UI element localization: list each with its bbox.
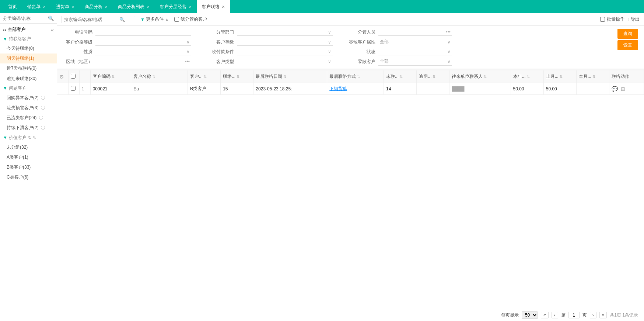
col-contact[interactable]: 联络... ⇅	[221, 70, 253, 83]
nav-customer-tier[interactable]: 客户分层经营 ✕	[155, 0, 197, 13]
sidebar-item-overdue[interactable]: 逾期未联络(30)	[0, 74, 57, 84]
col-customer-code[interactable]: 客户编码 ⇅	[90, 70, 131, 83]
sort-last-month-icon[interactable]: ⇅	[560, 75, 563, 79]
close-customer-contact-icon[interactable]: ✕	[222, 5, 225, 9]
filter-scatter-select[interactable]: 全部 ∨	[378, 58, 452, 66]
value-edit-icon[interactable]: ✎	[32, 135, 36, 140]
sidebar-all-customers: ▪▪ 全部客户 «	[0, 24, 57, 34]
sidebar-search-icon[interactable]: 🔍	[48, 15, 54, 21]
close-product-analysis-list-icon[interactable]: ✕	[147, 5, 150, 9]
col-last-contact-method[interactable]: 最后联络方式 ⇅	[327, 70, 384, 83]
sort-uncontacted-icon[interactable]: ⇅	[400, 75, 403, 79]
sidebar-item-churn-warning[interactable]: 流失预警客户(3) ⓘ	[0, 103, 57, 113]
toolbar-search-icon[interactable]: 🔍	[119, 17, 125, 22]
sidebar-item-type-b[interactable]: B类客户(33)	[0, 162, 57, 172]
nav-purchase[interactable]: 进货单 ✕	[51, 0, 80, 13]
select-all-checkbox[interactable]	[71, 74, 76, 79]
col-this-month[interactable]: 本月... ⇅	[576, 70, 609, 83]
scatter-attr-caret-icon: ∨	[447, 39, 451, 45]
filter-nature-select[interactable]: ∨	[95, 48, 191, 55]
sidebar-item-tomorrow[interactable]: 明天待联络(1)	[0, 54, 57, 63]
col-unit-contact[interactable]: 往来单位联系人 ⇅	[449, 70, 511, 83]
sidebar-search-input[interactable]	[3, 16, 48, 21]
row-select-checkbox[interactable]	[71, 86, 76, 91]
sidebar-item-declining[interactable]: 持续下滑客户(2) ⓘ	[0, 123, 57, 133]
toolbar-search-input[interactable]	[64, 17, 119, 22]
nav-product-analysis[interactable]: 商品分析 ✕	[80, 0, 113, 13]
sort-last-contact-date-icon[interactable]: ⇅	[283, 75, 286, 79]
col-last-contact-date[interactable]: 最后联络日期 ⇅	[253, 70, 327, 83]
table-container: ⚙ 客户编码 ⇅	[57, 70, 644, 309]
sidebar-item-repurchase-abnormal[interactable]: 回购异常客户(2) ⓘ	[0, 93, 57, 103]
filter-phone-input[interactable]	[95, 29, 191, 36]
col-last-month[interactable]: 上月... ⇅	[543, 70, 576, 83]
sidebar-item-ungrouped[interactable]: 未分组(32)	[0, 142, 57, 152]
row-customer-type: B类客户	[188, 83, 220, 95]
manager-dots-icon: •••	[446, 30, 451, 35]
filter-label-payment: 收付款条件	[204, 49, 234, 55]
sidebar-item-type-c[interactable]: C类客户(6)	[0, 172, 57, 182]
next-page-btn[interactable]: ›	[590, 312, 596, 318]
sort-overdue-icon[interactable]: ⇅	[433, 75, 435, 79]
filter-manager-select[interactable]: •••	[378, 29, 452, 36]
filter-dept-select[interactable]: ∨	[237, 29, 333, 36]
first-page-btn[interactable]: «	[541, 312, 549, 318]
filter-scatter-attr-select[interactable]: 全部 ∨	[378, 38, 452, 46]
row-last-contact-method[interactable]: 下销货单	[327, 83, 384, 95]
sort-contact-icon[interactable]: ⇅	[237, 75, 239, 79]
nav-home[interactable]: 首页	[3, 0, 22, 13]
export-icon: ↑	[627, 17, 630, 22]
filter-region-select[interactable]: •••	[95, 58, 191, 65]
page-label: 第	[561, 312, 566, 318]
close-customer-tier-icon[interactable]: ✕	[189, 5, 192, 9]
col-uncontacted[interactable]: 未联... ⇅	[384, 70, 417, 83]
filter-price-level-select[interactable]: ∨	[95, 39, 191, 46]
filter-label-customer-type: 客户类型	[204, 59, 234, 65]
col-overdue[interactable]: 逾期... ⇅	[417, 70, 449, 83]
batch-op-btn[interactable]: 批量操作	[600, 16, 624, 23]
sidebar-item-type-a[interactable]: A类客户(1)	[0, 152, 57, 162]
sidebar-item-7days[interactable]: 近7天待联络(0)	[0, 63, 57, 73]
col-customer-type[interactable]: 客户... ⇅	[188, 70, 220, 83]
filter-customer-level-select[interactable]: ∨	[237, 39, 333, 46]
page-size-select[interactable]: 50	[522, 311, 538, 319]
close-sales-icon[interactable]: ✕	[43, 5, 46, 9]
gear-icon[interactable]: ⚙	[59, 74, 64, 80]
filter-actions: 查询 设置	[617, 29, 638, 66]
filter-payment-select[interactable]: ∨	[237, 48, 333, 55]
sort-customer-name-icon[interactable]: ⇅	[152, 75, 155, 79]
close-product-analysis-icon[interactable]: ✕	[105, 5, 108, 9]
col-customer-name[interactable]: 客户名称 ⇅	[131, 70, 188, 83]
sidebar-collapse-btn[interactable]: «	[51, 27, 54, 33]
nav-product-analysis-list[interactable]: 商品分析列表 ✕	[113, 0, 155, 13]
last-page-btn[interactable]: »	[599, 312, 607, 318]
more-filters-btn[interactable]: ▼ 更多条件 ▲	[138, 15, 171, 23]
sidebar-item-today[interactable]: 今天待联络(0)	[0, 44, 57, 54]
value-refresh-icon[interactable]: ↻	[28, 135, 32, 140]
nav-customer-contact[interactable]: 客户联络 ✕	[197, 0, 230, 13]
prev-page-btn[interactable]: ‹	[552, 312, 558, 318]
sidebar-item-churned[interactable]: 已流失客户(24) ⓘ	[0, 113, 57, 123]
setting-button[interactable]: 设置	[617, 40, 638, 50]
sort-unit-contact-icon[interactable]: ⇅	[484, 75, 487, 79]
action-chat-icon[interactable]: 💬	[612, 86, 618, 92]
page-input[interactable]	[568, 312, 580, 318]
action-grid-icon[interactable]: ⊞	[621, 86, 625, 92]
my-customers-checkbox[interactable]	[174, 17, 179, 22]
level-caret-icon: ∨	[328, 39, 331, 45]
last-contact-method-link[interactable]: 下销货单	[329, 86, 347, 91]
sort-last-contact-method-icon[interactable]: ⇅	[357, 75, 360, 79]
filter-customer-type-select[interactable]: ∨	[237, 58, 333, 65]
query-button[interactable]: 查询	[617, 29, 638, 39]
row-this-month	[576, 83, 609, 95]
col-this-year[interactable]: 本年... ⇅	[511, 70, 543, 83]
filter-status-select[interactable]: ∨	[378, 48, 452, 55]
sort-customer-code-icon[interactable]: ⇅	[112, 75, 115, 79]
sort-customer-type-icon[interactable]: ⇅	[204, 75, 207, 79]
sort-this-month-icon[interactable]: ⇅	[592, 75, 595, 79]
nav-sales[interactable]: 销货单 ✕	[22, 0, 51, 13]
batch-op-checkbox[interactable]	[600, 17, 605, 22]
close-purchase-icon[interactable]: ✕	[71, 5, 74, 9]
export-btn[interactable]: ↑ 导出	[627, 16, 640, 23]
sort-this-year-icon[interactable]: ⇅	[527, 75, 530, 79]
